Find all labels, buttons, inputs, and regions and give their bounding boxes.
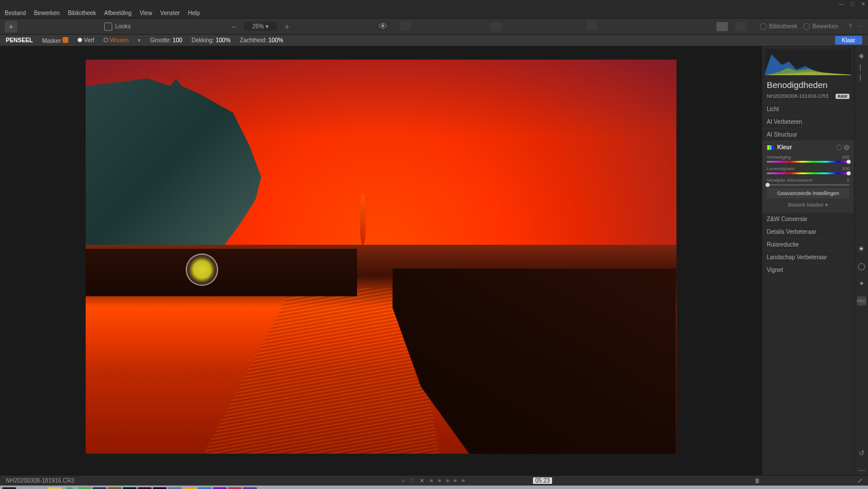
zoom-in-button[interactable]: +	[282, 22, 292, 31]
menu-bibliotheek[interactable]: Bibliotheek	[68, 10, 96, 16]
section-licht[interactable]: Licht	[762, 102, 854, 115]
panel-title: Benodigdheden	[762, 78, 854, 92]
section-ai-verbeteren[interactable]: AI Verbeteren	[762, 115, 854, 128]
edit-panel: Benodigdheden NH20200308-181916.CR3 RAW …	[762, 46, 854, 475]
tab-bibliotheek[interactable]: Bibliotheek	[760, 23, 797, 30]
section-vignet[interactable]: Vignet	[762, 263, 854, 276]
dropdown-arrow-icon[interactable]: ▾	[138, 37, 141, 43]
sun-icon[interactable]: ☀	[857, 244, 866, 253]
grootte-control[interactable]: Grootte: 100	[150, 37, 182, 43]
section-reset-icon[interactable]	[836, 145, 842, 150]
verzadiging-value[interactable]: 100	[842, 155, 849, 160]
levendigheid-label: Levendigheid	[767, 166, 795, 171]
compare-icon[interactable]	[400, 21, 411, 31]
menu-help[interactable]: Help	[188, 10, 200, 16]
mode-verf[interactable]: Verf	[78, 37, 94, 43]
brush-options-bar: PENSEEL Masker Verf Wissen ▾ Grootte: 10…	[0, 35, 868, 46]
dekking-control[interactable]: Dekking: 100%	[192, 37, 230, 43]
menu-view[interactable]: View	[139, 10, 152, 16]
color-spectrum-icon	[767, 145, 774, 150]
menu-bestand[interactable]: Bestand	[5, 10, 26, 16]
more-icon[interactable]: ⋯	[857, 466, 866, 475]
view-mode-1[interactable]	[716, 22, 728, 31]
section-landschap[interactable]: Landschap Verbeteraar	[762, 251, 854, 263]
right-icon-strip: ◈ 丨丨 ☀ ◯ ✦ PRO ↺ ⋯	[854, 46, 868, 475]
close-button[interactable]: ✕	[861, 1, 866, 7]
kleurzweem-slider[interactable]	[767, 184, 849, 186]
mask-color-icon	[62, 37, 68, 43]
history-icon[interactable]: ↺	[857, 448, 866, 458]
add-button[interactable]: +	[5, 21, 17, 32]
export-icon[interactable]	[586, 21, 598, 30]
edit-mask-button[interactable]: Bewerk Masker ▾	[767, 201, 849, 209]
menu-bar: Bestand Bewerken Bibliotheek Afbeelding …	[0, 8, 868, 19]
layers-icon[interactable]: ◈	[857, 51, 866, 60]
photo-preview[interactable]	[86, 60, 676, 454]
windows-taskbar: ⊞ 🔍 ⧉ 📁 Ps Id Pr N ˄ ☁ ◆ 📶 🔊 ⌨ 11:34 15-…	[0, 486, 868, 489]
help-icon[interactable]: ?	[848, 23, 852, 30]
photo-arch-light	[360, 194, 366, 245]
edit-icon	[803, 23, 810, 30]
adjustments-icon[interactable]: 丨丨	[857, 68, 866, 78]
mask-label[interactable]: Masker	[42, 37, 69, 44]
kleurzweem-value[interactable]: 0	[847, 178, 849, 183]
section-zw-conversie[interactable]: Z&W Conversie	[762, 212, 854, 225]
panel-filename: NH20200308-181916.CR3	[767, 93, 829, 99]
zoom-out-button[interactable]: −	[229, 22, 238, 31]
menu-bewerken[interactable]: Bewerken	[34, 10, 60, 16]
tool-name: PENSEEL	[6, 37, 33, 43]
zoom-value[interactable]: 26% ▾	[244, 22, 277, 31]
view-mode-2[interactable]	[735, 22, 746, 31]
done-button[interactable]: Klaar	[835, 36, 862, 45]
menu-venster[interactable]: Venster	[160, 10, 180, 16]
zachtheid-control[interactable]: Zachtheid: 100%	[240, 37, 283, 43]
kleurzweem-label: Verwijder Kleurzweem	[767, 178, 812, 183]
looks-icon	[104, 23, 112, 31]
tool-selector[interactable]: Looks	[104, 23, 131, 31]
verzadiging-label: Verzadiging	[767, 155, 791, 160]
video-time-overlay: 05:23	[533, 477, 552, 484]
tab-bewerken[interactable]: Bewerken	[803, 23, 838, 30]
pro-badge[interactable]: PRO	[857, 296, 866, 306]
advanced-settings-button[interactable]: Geavanceerde Instellingen	[767, 188, 849, 198]
verzadiging-slider[interactable]	[767, 161, 849, 163]
section-kleur[interactable]: Kleur	[762, 141, 854, 153]
status-filename: NH20200308-181916.CR3	[6, 477, 74, 484]
status-bar: NH20200308-181916.CR3 ○ ♡ ✕ ★ ★ ★ ★ ★ 05…	[0, 475, 868, 486]
section-details[interactable]: Details Verbeteraar	[762, 225, 854, 238]
star-icon[interactable]: ✦	[857, 279, 866, 288]
histogram[interactable]	[764, 49, 852, 75]
rating-stars[interactable]: ★ ★ ★ ★ ★	[429, 477, 466, 484]
reject-x-icon[interactable]: ✕	[420, 477, 424, 484]
expand-icon[interactable]: ⤢	[858, 477, 862, 484]
mode-wissen[interactable]: Wissen	[104, 37, 129, 43]
menu-dots-icon[interactable]: ⋯	[858, 23, 863, 30]
photo-rocks-left	[86, 249, 358, 296]
favorite-heart-icon[interactable]: ♡	[410, 477, 415, 484]
circle-icon[interactable]: ◯	[857, 262, 866, 271]
trash-icon[interactable]: 🗑	[755, 477, 760, 484]
levendigheid-value[interactable]: 100	[842, 166, 849, 171]
tool-label: Looks	[115, 23, 131, 30]
window-titlebar: — □ ✕	[0, 0, 868, 8]
section-ruisreductie[interactable]: Ruisreductie	[762, 238, 854, 251]
minimize-button[interactable]: —	[839, 1, 844, 7]
levendigheid-slider[interactable]	[767, 172, 849, 174]
preview-eye-icon[interactable]: 👁	[378, 21, 388, 32]
section-ai-structuur[interactable]: AI Structuur	[762, 128, 854, 141]
raw-badge: RAW	[836, 94, 849, 99]
menu-afbeelding[interactable]: Afbeelding	[104, 10, 131, 16]
library-icon	[760, 23, 767, 30]
maximize-button[interactable]: □	[851, 1, 854, 7]
canvas-area[interactable]	[0, 46, 762, 475]
brush-cursor	[186, 253, 218, 286]
main-toolbar: + Looks − 26% ▾ + 👁 Bibliotheek Bewerken…	[0, 19, 868, 35]
section-toggle-icon[interactable]	[844, 145, 849, 150]
flag-circle-icon[interactable]: ○	[402, 477, 405, 484]
crop-icon[interactable]	[490, 22, 502, 31]
